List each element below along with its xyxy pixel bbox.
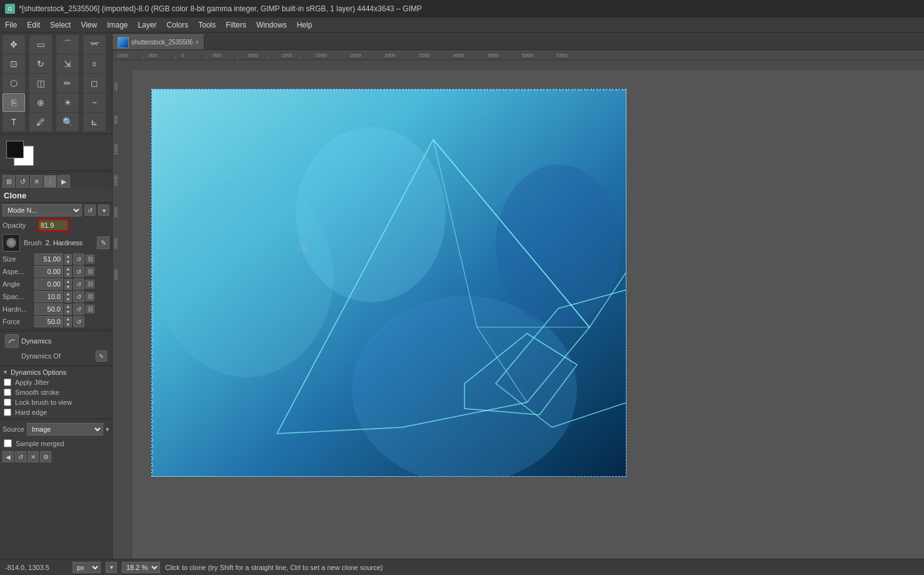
param-spacing-up[interactable]: ▲ [64, 292, 72, 297]
brush-edit-btn[interactable]: ✎ [97, 237, 109, 249]
expand-icon[interactable]: ▶ [58, 175, 70, 188]
menu-image[interactable]: Image [102, 19, 133, 31]
nav-config-btn[interactable]: ⚙ [40, 451, 51, 462]
param-spacing-chain[interactable]: ⛓ [86, 292, 94, 301]
param-hardness-input[interactable]: 50.0 [34, 303, 63, 315]
image-tab[interactable]: shutterstock_2535506 × [113, 34, 204, 49]
tool-text[interactable]: T [3, 113, 25, 131]
tool-smudge[interactable]: ~ [83, 93, 106, 112]
menu-select[interactable]: Select [45, 19, 76, 31]
sample-merged-row: Sample merged [0, 438, 112, 449]
param-aspect-up[interactable]: ▲ [64, 267, 72, 272]
menu-colors[interactable]: Colors [162, 19, 194, 31]
svg-text:3000: 3000 [113, 269, 119, 280]
tool-pencil[interactable]: ✏ [56, 74, 79, 93]
param-size-reset[interactable]: ↺ [73, 253, 84, 265]
config-icon[interactable]: ⋮ [44, 175, 56, 188]
source-select[interactable]: Image Pattern [27, 423, 103, 435]
menu-layer[interactable]: Layer [133, 19, 162, 31]
param-angle-chain[interactable]: ⛓ [86, 280, 94, 288]
apply-jitter-checkbox[interactable] [4, 379, 11, 386]
ruler-left: -100 500 1000 1500 2000 2500 3000 [113, 70, 123, 559]
param-aspect-chain[interactable]: ⛓ [86, 267, 94, 276]
param-angle-input[interactable]: 0.00 [34, 278, 63, 290]
param-spacing-controls: 10.0 ▲ ▼ ↺ ⛓ [34, 291, 109, 302]
param-spacing-down[interactable]: ▼ [64, 297, 72, 302]
zoom-dropdown-btn[interactable]: ▾ [106, 562, 117, 573]
param-force-up[interactable]: ▲ [64, 317, 72, 322]
param-aspect-controls: 0.00 ▲ ▼ ↺ ⛓ [34, 266, 109, 277]
tool-rotate[interactable]: ↻ [29, 54, 52, 73]
delete-icon[interactable]: ✕ [30, 175, 43, 188]
tool-heal[interactable]: ⊕ [29, 93, 52, 112]
svg-text:500: 500 [113, 115, 119, 124]
smooth-stroke-checkbox[interactable] [4, 389, 11, 396]
tool-fuzzy-select[interactable]: ⌤ [83, 35, 106, 54]
param-size-up[interactable]: ▲ [64, 254, 72, 259]
opacity-input[interactable]: 81.9 [38, 219, 69, 232]
dynamics-edit-btn[interactable]: ✎ [96, 350, 107, 362]
unit-select[interactable]: px % mm [73, 562, 101, 573]
param-hardness-reset[interactable]: ↺ [73, 303, 84, 315]
tool-eraser[interactable]: ◻ [83, 74, 106, 93]
tool-move[interactable]: ✥ [3, 35, 25, 54]
param-force-input[interactable]: 50.0 [34, 316, 63, 327]
lock-brush-checkbox[interactable] [4, 399, 11, 406]
mode-reset-btn[interactable]: ↺ [84, 205, 96, 216]
zoom-select[interactable]: 18.2 % 25 % 50 % 100 % [122, 562, 160, 573]
foreground-color-swatch[interactable] [6, 141, 24, 158]
param-size-down[interactable]: ▼ [64, 260, 72, 265]
canvas-scroll-area[interactable] [133, 70, 924, 559]
tool-crop[interactable]: ⊡ [3, 54, 25, 73]
param-aspect-input[interactable]: 0.00 [34, 266, 63, 277]
param-aspect-down[interactable]: ▼ [64, 272, 72, 277]
param-angle-up[interactable]: ▲ [64, 279, 72, 284]
tool-bucket[interactable]: ⬡ [3, 74, 25, 93]
menu-filters[interactable]: Filters [221, 19, 251, 31]
tool-colorpick[interactable]: 🖉 [29, 113, 52, 131]
menu-file[interactable]: File [0, 19, 22, 31]
sample-merged-checkbox[interactable] [4, 439, 12, 447]
nav-delete-btn[interactable]: ✕ [28, 451, 39, 462]
svg-text:2500: 2500 [113, 238, 119, 249]
param-aspect-reset[interactable]: ↺ [73, 266, 84, 277]
param-angle-down[interactable]: ▼ [64, 285, 72, 290]
tool-rect-select[interactable]: ▭ [29, 35, 52, 54]
nav-back-btn[interactable]: ◀ [3, 451, 14, 462]
tool-blend[interactable]: ◫ [29, 74, 52, 93]
menu-edit[interactable]: Edit [22, 19, 45, 31]
menu-view[interactable]: View [76, 19, 102, 31]
param-force-down[interactable]: ▼ [64, 322, 72, 327]
tool-scale[interactable]: ⇲ [56, 54, 79, 73]
nav-restore-btn[interactable]: ↺ [15, 451, 26, 462]
tool-lasso[interactable]: ⌒ [56, 35, 79, 54]
restore-icon[interactable]: ↺ [16, 175, 29, 188]
status-nav-buttons: ▾ [106, 562, 117, 573]
foreground-background-swatches[interactable] [4, 138, 38, 166]
menu-tools[interactable]: Tools [193, 19, 221, 31]
param-size-chain[interactable]: ⛓ [86, 255, 94, 263]
param-force-reset[interactable]: ↺ [73, 316, 84, 327]
menubar: File Edit Select View Image Layer Colors… [0, 18, 924, 33]
tab-close-btn[interactable]: × [195, 39, 199, 46]
menu-help[interactable]: Help [292, 19, 318, 31]
image-canvas[interactable] [151, 89, 626, 477]
new-image-icon[interactable]: ⊞ [3, 175, 15, 188]
tool-clone[interactable]: ⎘ [3, 93, 25, 112]
param-spacing-input[interactable]: 10.0 [34, 291, 63, 302]
tool-measure[interactable]: ⊾ [83, 113, 106, 131]
param-hardness-down[interactable]: ▼ [64, 310, 72, 315]
menu-windows[interactable]: Windows [251, 19, 292, 31]
mode-config-btn[interactable]: ▾ [98, 205, 109, 216]
mode-select[interactable]: Mode N... Normal Multiply [3, 204, 82, 216]
param-angle-reset[interactable]: ↺ [73, 278, 84, 290]
hard-edge-checkbox[interactable] [4, 409, 11, 416]
param-hardness-chain[interactable]: ⛓ [86, 305, 94, 313]
tool-zoom[interactable]: 🔍 [56, 113, 79, 131]
tool-shear[interactable]: ⌗ [83, 54, 106, 73]
tool-name-header: Clone [0, 189, 112, 203]
param-spacing-reset[interactable]: ↺ [73, 291, 84, 302]
tool-dodge[interactable]: ☀ [56, 93, 79, 112]
param-hardness-up[interactable]: ▲ [64, 304, 72, 309]
param-size-input[interactable]: 51.00 [34, 253, 63, 265]
